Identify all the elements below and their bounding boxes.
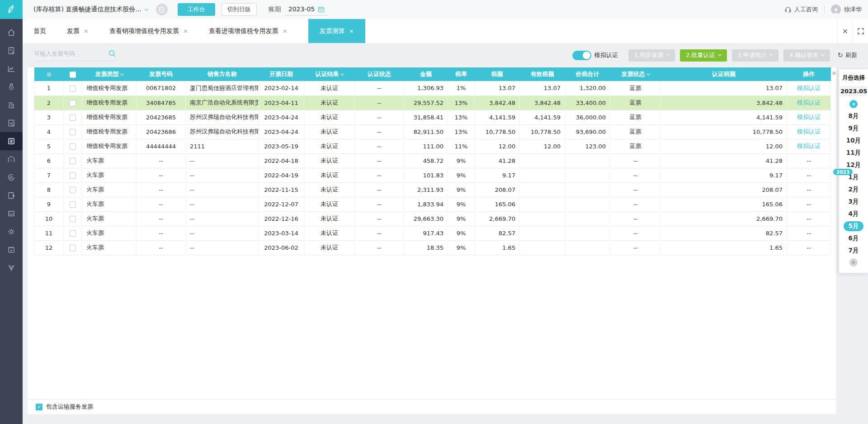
- col-invoice-type[interactable]: 发票类型: [82, 67, 137, 81]
- select-all-checkbox[interactable]: [70, 71, 76, 78]
- scroll-down-button[interactable]: »: [849, 258, 858, 267]
- avatar[interactable]: [831, 5, 841, 14]
- row-checkbox[interactable]: [70, 201, 76, 208]
- transport-invoice-checkbox[interactable]: ✓: [36, 404, 42, 410]
- table-row[interactable]: 9火车票----2022-12-07未认证--1,833.949%165.06-…: [34, 197, 831, 211]
- month-item-label[interactable]: 6月: [845, 234, 863, 243]
- scroll-up-button[interactable]: »: [849, 100, 858, 108]
- tab-output-vat[interactable]: 查看销项增值税专用发票×: [109, 27, 188, 35]
- tab-invoice-calc[interactable]: 发票测算×: [308, 19, 365, 43]
- username[interactable]: 徐泽华: [844, 5, 862, 14]
- sidebar-item-home[interactable]: [0, 24, 23, 42]
- simulate-auth-toggle[interactable]: [572, 51, 591, 60]
- table-row[interactable]: 10火车票----2022-12-16未认证--29,663.309%2,669…: [34, 211, 831, 226]
- table-row[interactable]: 4增值税专用发票20423686苏州汉弗瑞自动化科技有限公司2023-04-24…: [34, 124, 831, 139]
- month-item[interactable]: 8月: [839, 110, 868, 122]
- month-item-label[interactable]: 8月: [845, 112, 863, 121]
- month-item-label[interactable]: 5月: [844, 221, 864, 231]
- month-item[interactable]: 5月: [839, 220, 868, 232]
- month-item-label[interactable]: 9月: [845, 124, 863, 133]
- sidebar-item-inventory[interactable]: [0, 150, 23, 168]
- fullscreen-icon[interactable]: [853, 19, 868, 43]
- tab-invoice[interactable]: 发票×: [67, 27, 89, 35]
- sidebar-item-funds[interactable]: ¥: [0, 78, 23, 96]
- sidebar-item-carryover[interactable]: [0, 186, 23, 205]
- row-checkbox[interactable]: [70, 172, 76, 179]
- row-checkbox[interactable]: [70, 187, 76, 193]
- month-item-label[interactable]: 11月: [843, 148, 864, 157]
- batch-auth-button[interactable]: 2.批量认证: [680, 49, 726, 62]
- refresh-button[interactable]: ↻刷新: [837, 51, 857, 59]
- month-item-label[interactable]: 12月: [843, 161, 864, 170]
- row-checkbox[interactable]: [70, 100, 76, 106]
- table-row[interactable]: 2增值税专用发票34084785南京广浩自动化系统有限责任公司2023-04-1…: [34, 95, 831, 110]
- month-item-label[interactable]: 3月: [845, 197, 863, 206]
- month-item[interactable]: 3月: [839, 195, 868, 208]
- month-item-label[interactable]: 4月: [845, 210, 863, 219]
- month-item[interactable]: 10月: [839, 134, 868, 147]
- close-icon[interactable]: ×: [349, 28, 354, 34]
- month-item-label[interactable]: 10月: [843, 136, 864, 145]
- sidebar-item-vlogo[interactable]: [0, 259, 23, 277]
- month-item-label[interactable]: 7月: [845, 246, 863, 255]
- row-checkbox[interactable]: [70, 143, 76, 150]
- row-checkbox[interactable]: [70, 230, 76, 237]
- row-checkbox[interactable]: [70, 129, 76, 135]
- table-row[interactable]: 6火车票----2022-04-18未认证--458.729%41.28--41…: [34, 153, 831, 168]
- tab-input-vat[interactable]: 查看进项增值税专用发票×: [209, 27, 288, 35]
- tab-home[interactable]: 首页: [33, 27, 46, 35]
- company-selector[interactable]: (库存核算) 直播畅捷通信息技术股份...: [33, 5, 142, 14]
- sidebar-item-archive[interactable]: [0, 205, 23, 223]
- apply-stats-button[interactable]: 3.申请统计: [732, 49, 778, 62]
- month-item[interactable]: 2月: [839, 183, 868, 195]
- table-row[interactable]: 11火车票----2023-03-14未认证--917.439%82.57--8…: [34, 226, 831, 240]
- table-row[interactable]: 5增值税专用发票4444444421112023-05-19未认证--111.0…: [34, 139, 831, 153]
- col-invoice-status[interactable]: 发票状态: [610, 67, 661, 81]
- simulate-auth-link[interactable]: 模拟认证: [797, 143, 821, 149]
- simulate-auth-link[interactable]: 模拟认证: [797, 99, 821, 106]
- simulate-auth-link[interactable]: 模拟认证: [797, 128, 821, 135]
- month-item[interactable]: 7月: [839, 244, 868, 257]
- sidebar-item-reports[interactable]: [0, 60, 23, 78]
- switch-version-button[interactable]: 切到日版: [222, 3, 257, 16]
- col-auth-result[interactable]: 认证结果: [304, 67, 355, 81]
- table-row[interactable]: 3增值税专用发票20423685苏州汉弗瑞自动化科技有限公司2023-04-24…: [34, 110, 831, 124]
- sidebar-item-invoice[interactable]: [0, 132, 23, 150]
- row-checkbox[interactable]: [70, 216, 76, 222]
- row-checkbox[interactable]: [70, 245, 76, 251]
- close-icon[interactable]: ×: [183, 28, 188, 34]
- month-item[interactable]: 6月: [839, 232, 868, 244]
- period-picker[interactable]: 2023-05: [285, 3, 329, 16]
- sidebar-item-checkout[interactable]: [0, 114, 23, 132]
- table-row[interactable]: 1增值税专用发票00671802厦门思蜀佳丽酒店管理有限公司2023-02-14…: [34, 81, 831, 95]
- table-row[interactable]: 7火车票----2022-04-19未认证--101.839%9.17--9.1…: [34, 168, 831, 182]
- search-input[interactable]: [34, 50, 92, 57]
- sync-invoice-button[interactable]: 1.同步发票: [628, 49, 675, 62]
- support-button[interactable]: 人工咨询: [784, 5, 818, 14]
- voucher-badge-icon[interactable]: [156, 4, 168, 15]
- collapse-month-panel-icon[interactable]: »: [832, 69, 836, 77]
- close-icon[interactable]: ×: [84, 28, 89, 34]
- col-select-all[interactable]: [64, 67, 82, 81]
- sidebar-item-billing[interactable]: [0, 42, 23, 60]
- row-checkbox[interactable]: [70, 114, 76, 121]
- close-all-tabs-icon[interactable]: ×: [837, 19, 853, 43]
- sidebar-item-tax[interactable]: 税: [0, 168, 23, 186]
- row-checkbox[interactable]: [70, 158, 76, 164]
- month-item[interactable]: 11月: [839, 147, 868, 159]
- chevron-down-icon[interactable]: [144, 7, 148, 10]
- app-logo[interactable]: [0, 0, 23, 19]
- search-icon[interactable]: [108, 49, 116, 57]
- month-item-label[interactable]: 2月: [845, 185, 863, 194]
- sidebar-item-company[interactable]: [0, 96, 23, 114]
- close-icon[interactable]: ×: [283, 28, 288, 34]
- sidebar-item-settings[interactable]: [0, 223, 23, 241]
- table-row[interactable]: 12火车票----2023-06-02未认证--18.359%1.65--1.6…: [34, 240, 831, 255]
- col-settings[interactable]: [34, 67, 64, 81]
- confirm-sign-button[interactable]: 4.确认签名: [783, 49, 830, 62]
- month-item[interactable]: 9月: [839, 122, 868, 134]
- month-item[interactable]: 4月: [839, 208, 868, 220]
- row-checkbox[interactable]: [70, 86, 76, 92]
- simulate-auth-link[interactable]: 模拟认证: [797, 114, 821, 120]
- simulate-auth-link[interactable]: 模拟认证: [797, 85, 821, 91]
